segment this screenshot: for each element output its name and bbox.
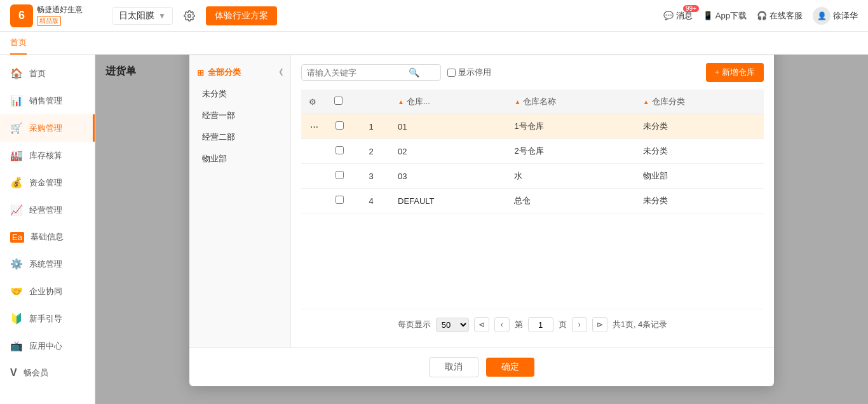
username: 徐泽华	[833, 10, 858, 22]
sidebar-item-system[interactable]: ⚙️ 系统管理	[0, 250, 95, 278]
row-check-4[interactable]	[327, 189, 352, 213]
sidebar-item-purchase[interactable]: 🛒 采购管理	[0, 114, 95, 142]
row-code-4: DEFAULT	[390, 189, 506, 213]
page-suffix: 页	[559, 319, 567, 330]
row-settings-2[interactable]	[301, 139, 327, 164]
confirm-button[interactable]: 确定	[486, 358, 534, 377]
row-category-4: 未分类	[635, 189, 764, 213]
sidebar-label-vip: 畅会员	[24, 367, 48, 379]
th-check	[327, 90, 352, 114]
sidebar-item-inventory[interactable]: 🏭 库存核算	[0, 142, 95, 169]
search-input[interactable]	[307, 68, 409, 77]
category-item-dept2[interactable]: 经营二部	[189, 126, 290, 148]
trial-button[interactable]: 体验行业方案	[206, 6, 277, 25]
app-download-label: App下载	[715, 10, 747, 22]
warehouse-table: ⚙ ▲仓库... ▲仓库名称	[301, 90, 764, 213]
sidebar-item-basic-info[interactable]: Ea 基础信息	[0, 224, 95, 250]
content-area: 进货单 仓库 ✕ ⊞ 全部分类 《 未分类 经营一部	[95, 55, 868, 404]
sidebar-label-sales: 销售管理	[29, 95, 62, 107]
category-item-property[interactable]: 物业部	[189, 148, 290, 170]
row-category-3: 物业部	[635, 164, 764, 189]
row-code-1: 01	[390, 114, 506, 139]
table-row[interactable]: 4 DEFAULT 总仓 未分类	[301, 189, 764, 213]
tab-home[interactable]: 首页	[10, 32, 27, 55]
th-settings: ⚙	[301, 90, 327, 114]
user-avatar: 👤	[813, 7, 831, 25]
app-download-item[interactable]: 📱 App下载	[703, 10, 747, 22]
collapse-icon[interactable]: 《	[275, 67, 283, 78]
row-num-1: 1	[352, 114, 390, 139]
row-settings-3[interactable]	[301, 164, 327, 189]
phone-icon: 📱	[703, 11, 713, 20]
show-disabled-label[interactable]: 显示停用	[447, 67, 491, 78]
th-num	[352, 90, 390, 114]
table-row[interactable]: 2 02 2号仓库 未分类	[301, 139, 764, 164]
apps-icon: 📺	[10, 340, 23, 352]
table-header: ⚙ ▲仓库... ▲仓库名称	[301, 90, 764, 114]
sidebar-label-enterprise: 企业协同	[29, 286, 62, 297]
sort-icon-code: ▲	[398, 98, 404, 105]
messages-item[interactable]: 💬 消息 99+	[663, 10, 693, 22]
row-settings-4[interactable]	[301, 189, 327, 213]
category-item-dept1[interactable]: 经营一部	[189, 105, 290, 126]
per-page-select[interactable]: 50 100	[436, 318, 469, 332]
user-item[interactable]: 👤 徐泽华	[813, 7, 858, 25]
settings-button[interactable]	[179, 6, 200, 26]
row-check-3[interactable]	[327, 164, 352, 189]
sidebar-item-apps[interactable]: 📺 应用中心	[0, 332, 95, 360]
table-row[interactable]: ⋯ 1 01 1号仓库 未分类	[301, 114, 764, 139]
category-item-unclassified[interactable]: 未分类	[189, 83, 290, 105]
row-num-4: 4	[352, 189, 390, 213]
page-last-button[interactable]: ⊳	[592, 317, 607, 332]
cancel-button[interactable]: 取消	[429, 357, 478, 377]
logo-area: 6 畅捷通好生意 精品版	[10, 4, 105, 27]
online-service-item[interactable]: 🎧 在线客服	[757, 10, 803, 22]
search-icon[interactable]: 🔍	[409, 67, 419, 77]
message-icon: 💬	[663, 11, 674, 20]
sidebar-label-inventory: 库存核算	[29, 150, 62, 161]
table-row[interactable]: 3 03 水 物业部	[301, 164, 764, 189]
home-icon: 🏠	[10, 67, 23, 79]
page-prev-button[interactable]: ‹	[494, 317, 510, 332]
row-code-3: 03	[390, 164, 506, 189]
messages-badge: 99+	[683, 5, 699, 12]
sidebar-label-finance: 资金管理	[29, 177, 62, 189]
branch-dropdown-arrow: ▼	[158, 11, 166, 20]
sidebar-item-operations[interactable]: 📈 经营管理	[0, 196, 95, 224]
sidebar-item-vip[interactable]: V 畅会员	[0, 360, 95, 386]
add-warehouse-button[interactable]: + 新增仓库	[706, 63, 764, 82]
settings-icon[interactable]: ⚙	[309, 97, 316, 107]
sidebar-item-sales[interactable]: 📊 销售管理	[0, 87, 95, 114]
sidebar-item-enterprise[interactable]: 🤝 企业协同	[0, 278, 95, 305]
grid-icon: ⊞	[197, 68, 204, 77]
page-next-button[interactable]: ›	[572, 317, 587, 332]
sidebar-item-finance[interactable]: 💰 资金管理	[0, 169, 95, 196]
row-code-2: 02	[390, 139, 506, 164]
all-categories-label: 全部分类	[208, 67, 241, 78]
row-check-2[interactable]	[327, 139, 352, 164]
show-disabled-checkbox[interactable]	[447, 69, 456, 77]
th-warehouse-code: ▲仓库...	[390, 90, 506, 114]
sidebar-label-basic-info: 基础信息	[31, 231, 64, 243]
warehouse-modal: 仓库 ✕ ⊞ 全部分类 《 未分类 经营一部 经营二部 物业部	[189, 55, 774, 386]
sidebar-item-home[interactable]: 🏠 首页	[0, 60, 95, 87]
modal-toolbar: 🔍 显示停用 + 新增仓库	[301, 63, 764, 82]
page-number-input[interactable]	[528, 317, 553, 332]
row-check-1[interactable]	[327, 114, 352, 139]
sidebar-item-guide[interactable]: 🔰 新手引导	[0, 305, 95, 332]
all-categories-item[interactable]: ⊞ 全部分类 《	[189, 62, 290, 83]
sort-icon-category: ▲	[643, 98, 649, 105]
online-service-label: 在线客服	[770, 10, 803, 22]
sales-icon: 📊	[10, 95, 23, 107]
purchase-icon: 🛒	[10, 122, 23, 134]
search-box: 🔍	[301, 64, 441, 81]
page-label: 第	[515, 319, 523, 330]
row-settings-1[interactable]: ⋯	[301, 114, 327, 139]
enterprise-icon: 🤝	[10, 285, 23, 297]
system-icon: ⚙️	[10, 258, 23, 270]
page-first-button[interactable]: ⊲	[474, 317, 489, 332]
app-logo-icon: 6	[10, 4, 33, 27]
select-all-checkbox[interactable]	[334, 97, 342, 105]
per-page-label: 每页显示	[398, 319, 431, 330]
branch-selector[interactable]: 日太阳膜 ▼	[112, 7, 173, 25]
